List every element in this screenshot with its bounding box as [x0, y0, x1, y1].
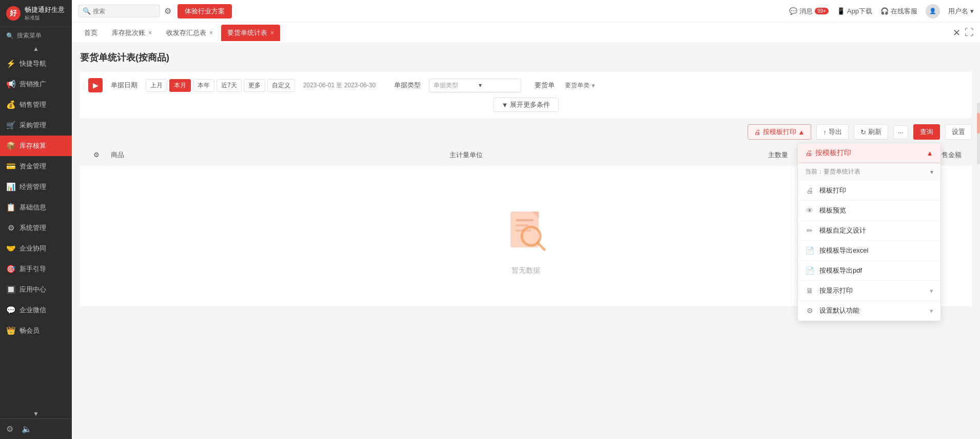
username-display[interactable]: 用户名 ▾ [948, 7, 974, 16]
dropdown-item-template-preview[interactable]: 👁 模板预览 [798, 201, 940, 221]
print-icon: 🖨 [754, 128, 761, 136]
quick-nav-icon: ⚡ [6, 59, 15, 68]
empty-text: 暂无数据 [512, 266, 540, 275]
sound-icon[interactable]: 🔈 [22, 424, 32, 434]
service-icon: 🎧 [880, 7, 889, 15]
trial-button[interactable]: 体验行业方案 [178, 4, 232, 18]
more-actions-button[interactable]: ··· [893, 125, 908, 139]
chevron-down-icon: ▾ [970, 7, 974, 15]
sidebar-item-label: 库存核算 [19, 141, 46, 150]
expand-window-btn[interactable]: ⛶ [965, 27, 974, 38]
table-col-product: 商品 [107, 150, 445, 160]
sidebar-scroll-down[interactable]: ▼ [0, 409, 72, 418]
expand-icon: ▶ [93, 81, 99, 89]
sidebar-item-vip[interactable]: 👑 畅会员 [0, 320, 72, 341]
export-button[interactable]: ↑ 导出 [816, 124, 849, 140]
gear-icon[interactable]: ⚙ [164, 6, 171, 16]
refresh-button[interactable]: ↻ 刷新 [854, 124, 888, 140]
tab-close-order-stats[interactable]: × [270, 29, 274, 36]
type-label: 单据类型 [394, 81, 421, 90]
top-search-box[interactable]: 🔍 [78, 5, 160, 17]
filter-more-row: ▼ 展开更多条件 [88, 98, 964, 112]
page-title: 要货单统计表(按商品) [80, 51, 972, 64]
inventory-icon: 📦 [6, 141, 15, 150]
expand-more-btn[interactable]: ▼ 展开更多条件 [493, 98, 559, 112]
finance-icon: 💳 [6, 162, 15, 171]
settings-bottom-icon[interactable]: ⚙ [6, 424, 13, 434]
order-type-select[interactable]: 单据类型 ▾ [429, 79, 521, 92]
sidebar-item-newbie[interactable]: 🎯 新手引导 [0, 259, 72, 279]
dropdown-close-arrow[interactable]: ▲ [926, 149, 933, 157]
dropdown-item-display-print[interactable]: 🖥 按显示打印 ▾ [798, 281, 940, 301]
tab-receivable-summary[interactable]: 收发存汇总表 × [160, 25, 219, 41]
app-logo-icon: 好 [6, 6, 21, 21]
expand-more-icon: ▼ [502, 101, 508, 109]
sidebar-item-label: 企业协同 [19, 244, 46, 253]
online-service-action[interactable]: 🎧 在线客服 [880, 7, 917, 16]
sidebar-item-system[interactable]: ⚙ 系统管理 [0, 218, 72, 238]
current-chevron: ▾ [930, 168, 933, 176]
sidebar-item-finance[interactable]: 💳 资金管理 [0, 156, 72, 177]
settings-button[interactable]: 设置 [945, 124, 972, 140]
date-btn-custom[interactable]: 自定义 [267, 79, 295, 92]
date-options: 上月 本月 本年 近7天 更多 自定义 [146, 79, 295, 92]
print-dropdown-current: 当前：要货单统计表 ▾ [798, 163, 940, 181]
goods-filter-chevron: ▾ [592, 82, 595, 89]
sidebar-search[interactable]: 🔍 搜索菜单 [0, 27, 72, 44]
sidebar-item-label: 新手引导 [19, 264, 46, 274]
select-chevron-icon: ▾ [479, 82, 482, 89]
date-btn-last-month[interactable]: 上月 [146, 79, 167, 92]
app-download-action[interactable]: 📱 App下载 [837, 7, 872, 16]
set-default-icon: ⚙ [805, 307, 814, 315]
dropdown-item-export-excel[interactable]: 📄 按模板导出excel [798, 241, 940, 261]
app-center-icon: 🔲 [6, 285, 15, 294]
date-btn-this-month[interactable]: 本月 [169, 79, 191, 92]
system-icon: ⚙ [6, 223, 15, 233]
sidebar-item-marketing[interactable]: 📢 营销推广 [0, 74, 72, 94]
print-dropdown-title: 🖨 按模板打印 [805, 148, 851, 158]
tab-close-receivable-summary[interactable]: × [209, 29, 213, 36]
sales-icon: 💰 [6, 100, 15, 109]
display-print-icon: 🖥 [805, 287, 814, 295]
sidebar-item-sales[interactable]: 💰 销售管理 [0, 94, 72, 115]
scrollbar-thumb [977, 113, 980, 133]
date-btn-7days[interactable]: 近7天 [217, 79, 242, 92]
set-default-chevron: ▾ [930, 307, 933, 315]
message-action[interactable]: 💬 消息 99+ [789, 7, 829, 16]
filter-expand-button[interactable]: ▶ [88, 78, 103, 92]
query-button[interactable]: 查询 [913, 124, 940, 140]
download-icon: 📱 [837, 7, 845, 15]
dropdown-item-template-design[interactable]: ✏ 模板自定义设计 [798, 221, 940, 241]
table-col-settings[interactable]: ⚙ [86, 151, 107, 159]
marketing-icon: 📢 [6, 80, 15, 89]
sidebar-item-basic-info[interactable]: 📋 基础信息 [0, 197, 72, 218]
date-btn-this-year[interactable]: 本年 [193, 79, 214, 92]
tab-close-inventory-batch[interactable]: × [148, 29, 152, 36]
dropdown-item-template-print[interactable]: 🖨 模板打印 [798, 181, 940, 201]
top-search-input[interactable] [93, 8, 155, 15]
date-btn-more[interactable]: 更多 [244, 79, 265, 92]
dropdown-item-set-default[interactable]: ⚙ 设置默认功能 ▾ [798, 301, 940, 321]
close-window-btn[interactable]: ✕ [953, 27, 961, 39]
sidebar-item-quick-nav[interactable]: ⚡ 快捷导航 [0, 53, 72, 74]
right-scrollbar[interactable] [977, 103, 980, 164]
sidebar-nav: ⚡ 快捷导航 📢 营销推广 💰 销售管理 🛒 采购管理 📦 库存核算 💳 资金管… [0, 53, 72, 409]
sidebar-item-label: 快捷导航 [19, 59, 46, 68]
user-avatar[interactable]: 👤 [926, 4, 940, 18]
sidebar-item-operations[interactable]: 📊 经营管理 [0, 177, 72, 197]
sidebar-item-inventory[interactable]: 📦 库存核算 [0, 136, 72, 156]
tab-home[interactable]: 首页 [78, 25, 104, 41]
tab-order-stats[interactable]: 要货单统计表 × [221, 25, 280, 41]
sidebar-item-label: 基础信息 [19, 203, 46, 212]
sidebar-item-app-center[interactable]: 🔲 应用中心 [0, 279, 72, 300]
sidebar-item-purchase[interactable]: 🛒 采购管理 [0, 115, 72, 136]
window-control-buttons: ✕ ⛶ [953, 27, 974, 39]
sidebar-item-corp-wechat[interactable]: 💬 企业微信 [0, 300, 72, 320]
print-template-button[interactable]: 🖨 按模板打印 ▲ [748, 124, 812, 140]
sidebar-scroll-up[interactable]: ▲ [0, 44, 72, 53]
corp-wechat-icon: 💬 [6, 306, 15, 315]
svg-rect-1 [516, 219, 534, 221]
dropdown-item-export-pdf[interactable]: 📄 按模板导出pdf [798, 261, 940, 281]
sidebar-item-enterprise[interactable]: 🤝 企业协同 [0, 238, 72, 259]
tab-inventory-batch[interactable]: 库存批次账 × [106, 25, 158, 41]
